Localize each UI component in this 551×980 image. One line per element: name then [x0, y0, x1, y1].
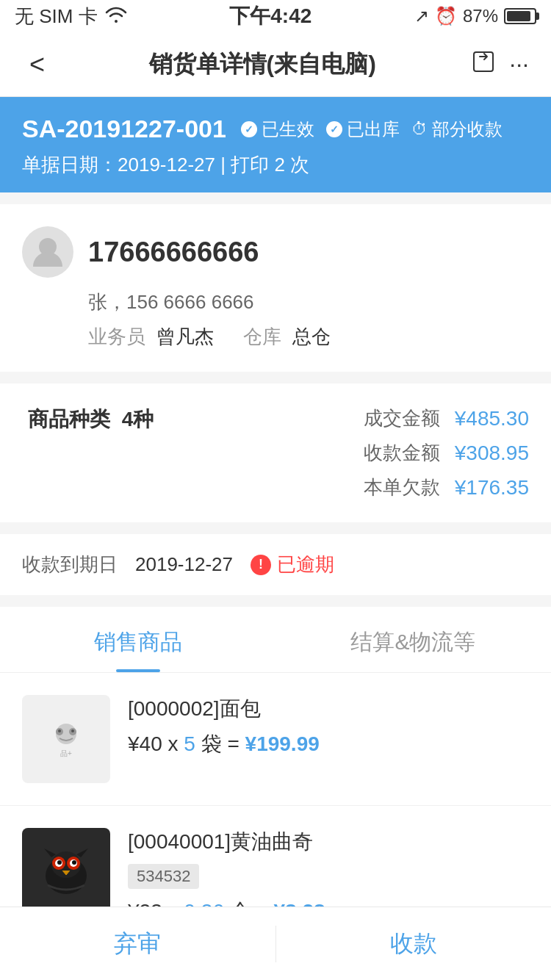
tab-products-label: 销售商品 [94, 630, 182, 654]
deal-amount-label: 成交金额 [364, 406, 440, 431]
svg-point-14 [57, 860, 62, 865]
tab-settlement[interactable]: 结算&物流等 [276, 607, 551, 672]
svg-point-15 [72, 860, 76, 865]
received-value: ¥308.95 [455, 442, 529, 465]
customer-meta: 业务员 曾凡杰 仓库 总仓 [88, 324, 529, 350]
owe-row: 本单欠款 ¥176.35 [364, 475, 529, 500]
status-shipped: ✓ 已出库 [326, 118, 400, 141]
order-date: 单据日期：2019-12-27 | 打印 2 次 [22, 152, 529, 178]
price-qty-1: 5 [184, 732, 195, 755]
price-total-1: ¥199.99 [245, 732, 320, 755]
category-label: 商品种类 [28, 408, 110, 430]
svg-point-6 [71, 729, 74, 732]
page-title: 销货单详情(来自电脑) [149, 48, 376, 81]
nav-bar: < 销货单详情(来自电脑) ··· [0, 32, 551, 97]
more-button[interactable]: ··· [509, 51, 529, 78]
svg-rect-0 [474, 52, 493, 71]
stats-section: 商品种类 4种 成交金额 ¥485.30 收款金额 ¥308.95 本单欠款 ¥… [0, 383, 551, 522]
product-sku-2: 534532 [128, 864, 199, 889]
svg-point-5 [58, 729, 61, 732]
status-badges: ✓ 已生效 ✓ 已出库 ⏱ 部分收款 [241, 118, 503, 141]
bottom-bar: 弃审 收款 [0, 907, 551, 980]
overdue-text: 已逾期 [277, 552, 334, 577]
owe-label: 本单欠款 [364, 475, 440, 500]
status-bar: 无 SIM 卡 下午4:42 ↗ ⏰ 87% [0, 0, 551, 32]
status-time: 下午4:42 [229, 2, 311, 30]
tab-products[interactable]: 销售商品 [0, 607, 276, 672]
deal-amount-row: 成交金额 ¥485.30 [364, 406, 529, 431]
salesperson-value: 曾凡杰 [156, 325, 214, 347]
back-button[interactable]: < [22, 42, 52, 87]
nav-actions: ··· [472, 51, 529, 79]
battery-percent: 87% [463, 6, 498, 26]
share-button[interactable] [472, 51, 494, 79]
order-id: SA-20191227-001 [22, 115, 226, 143]
status-partial: ⏱ 部分收款 [411, 118, 503, 141]
carrier-label: 无 SIM 卡 [15, 4, 98, 29]
customer-name-phone: 张，156 6666 6666 [88, 289, 529, 315]
battery-icon [504, 8, 536, 24]
clock-icon: ⏱ [411, 120, 428, 139]
price-base-1: ¥40 [128, 732, 162, 755]
due-date-label: 收款到期日 [22, 552, 118, 577]
cancel-button[interactable]: 弃审 [0, 907, 276, 981]
product-name-2: [00040001]黄油曲奇 [128, 828, 529, 856]
owe-value: ¥176.35 [455, 476, 529, 500]
tab-settlement-label: 结算&物流等 [350, 630, 475, 654]
tabs-section: 销售商品 结算&物流等 品+ [0000002]面包 ¥40 x 5 [0, 607, 551, 948]
price-unit-1: 袋 [201, 732, 222, 755]
category-count: 4种 [122, 408, 154, 430]
product-thumb-2 [22, 828, 110, 916]
confirm-button[interactable]: 收款 [276, 907, 552, 981]
overdue-badge: ! 已逾期 [251, 552, 334, 577]
tabs-row: 销售商品 结算&物流等 [0, 607, 551, 673]
customer-avatar [22, 226, 73, 278]
product-price-1: ¥40 x 5 袋 = ¥199.99 [128, 730, 529, 758]
alarm-icon: ⏰ [435, 6, 457, 26]
amount-stats: 成交金额 ¥485.30 收款金额 ¥308.95 本单欠款 ¥176.35 [364, 406, 529, 500]
product-thumb-1: 品+ [22, 695, 110, 783]
svg-text:品+: 品+ [60, 749, 72, 757]
status-left: 无 SIM 卡 [15, 4, 127, 29]
status-right: ↗ ⏰ 87% [414, 6, 536, 26]
deal-amount-value: ¥485.30 [455, 407, 529, 430]
status-effective: ✓ 已生效 [241, 118, 314, 141]
warehouse-value: 总仓 [292, 325, 331, 347]
product-item-1: 品+ [0000002]面包 ¥40 x 5 袋 = ¥199.99 [0, 673, 551, 806]
customer-account-id: 17666666666 [88, 237, 259, 268]
customer-section: 17666666666 张，156 6666 6666 业务员 曾凡杰 仓库 总… [0, 204, 551, 372]
location-icon: ↗ [414, 6, 429, 26]
banner-top: SA-20191227-001 ✓ 已生效 ✓ 已出库 ⏱ 部分收款 [22, 115, 529, 143]
category-stat: 商品种类 4种 [22, 406, 154, 433]
product-info-1: [0000002]面包 ¥40 x 5 袋 = ¥199.99 [128, 695, 529, 758]
warehouse-label-group: 仓库 总仓 [243, 324, 331, 350]
salesperson-label: 业务员 曾凡杰 [88, 324, 214, 350]
wifi-icon [105, 5, 127, 28]
due-date-section: 收款到期日 2019-12-27 ! 已逾期 [0, 534, 551, 595]
product-name-1: [0000002]面包 [128, 695, 529, 723]
order-header-banner: SA-20191227-001 ✓ 已生效 ✓ 已出库 ⏱ 部分收款 单据日期：… [0, 97, 551, 192]
overdue-icon: ! [251, 555, 271, 575]
received-row: 收款金额 ¥308.95 [364, 440, 529, 466]
received-label: 收款金额 [364, 440, 440, 466]
check-icon-2: ✓ [326, 121, 342, 137]
check-icon-1: ✓ [241, 121, 257, 137]
customer-row: 17666666666 [22, 226, 529, 278]
due-date-value: 2019-12-27 [135, 553, 233, 576]
